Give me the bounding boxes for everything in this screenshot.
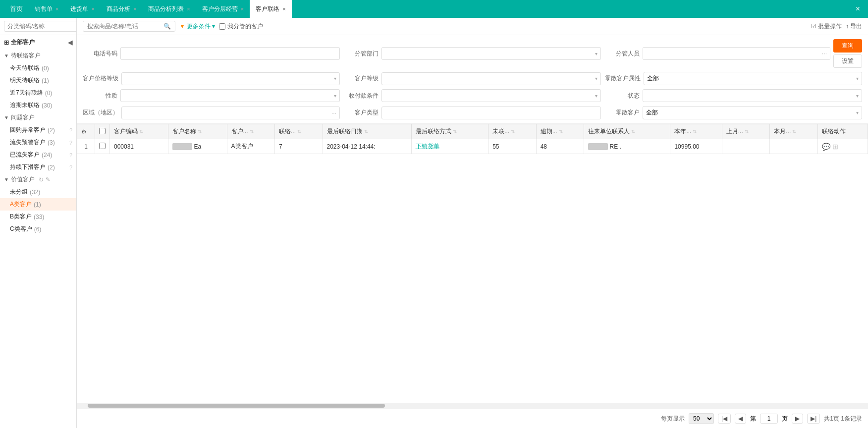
sidebar-group-pending-title[interactable]: ▼ 待联络客户 (0, 50, 76, 62)
filter-input-manager[interactable]: ··· (643, 47, 830, 60)
filter-input-retail[interactable]: 全部▾ (643, 106, 862, 119)
sidebar-group-pending: ▼ 待联络客户 今天待联络 (0) 明天待联络 (1) 近7天待联络 (0) 逾… (0, 50, 76, 111)
settings-button[interactable]: 设置 (833, 54, 862, 68)
col-overdue[interactable]: 逾期...⇅ (536, 124, 584, 139)
col-contact-count[interactable]: 联络...⇅ (275, 124, 323, 139)
col-last-month[interactable]: 上月...⇅ (722, 124, 770, 139)
sidebar-item-declining[interactable]: 持续下滑客户 (2) ? (0, 161, 76, 173)
last-page-button[interactable]: ▶| (807, 414, 820, 424)
sidebar-search-input[interactable] (4, 21, 77, 32)
sidebar-item-overdue-pending[interactable]: 逾期未联络 (30) (0, 99, 76, 111)
my-customers-filter[interactable]: 我分管的客户 (219, 22, 263, 31)
horizontal-scrollbar[interactable] (77, 403, 868, 409)
td-last-contact-method[interactable]: 下销货单 (411, 139, 488, 154)
nav-tab-customer-tier-label: 客户分层经营 (202, 5, 238, 13)
sidebar-item-tomorrow-pending[interactable]: 明天待联络 (1) (0, 74, 76, 87)
first-page-button[interactable]: |◀ (718, 414, 731, 424)
sort-icon-5: ⇅ (364, 129, 368, 134)
col-customer-type[interactable]: 客户...⇅ (227, 124, 275, 139)
nav-tab-analysis-list-close[interactable]: × (187, 6, 190, 12)
nav-tab-customer-contact-close[interactable]: × (282, 6, 285, 12)
filter-input-payment[interactable]: ▾ (381, 89, 601, 102)
page-number-input[interactable] (760, 414, 778, 424)
last-contact-method-link[interactable]: 下销货单 (416, 143, 439, 150)
nav-tab-purchase-label: 进货单 (70, 5, 88, 13)
nav-home[interactable]: 首页 (4, 4, 29, 13)
contact-person-blurred (588, 143, 608, 150)
chat-action-icon[interactable]: 💬 (822, 143, 830, 151)
nav-tab-purchase[interactable]: 进货单 × (64, 0, 100, 18)
col-customer-name[interactable]: 客户名称⇅ (168, 124, 227, 139)
col-uncontacted[interactable]: 未联...⇅ (488, 124, 537, 139)
select-all-checkbox[interactable] (99, 128, 106, 134)
sidebar-collapse-icon[interactable]: ◀ (68, 39, 72, 46)
sidebar-item-abnormal-count: (2) (48, 127, 55, 134)
filter-input-price-level[interactable]: ▾ (121, 72, 340, 85)
page-label-first: 第 (750, 415, 756, 423)
filter-input-status[interactable]: ▾ (643, 89, 862, 102)
refresh-icon[interactable]: ↻ (39, 176, 44, 183)
horizontal-scroll-thumb[interactable] (88, 404, 385, 408)
sidebar-item-churned[interactable]: 已流失客户 (24) ? (0, 149, 76, 161)
window-close-button[interactable]: × (852, 4, 864, 13)
help-icon-4[interactable]: ? (69, 164, 72, 170)
nav-tab-analysis-list[interactable]: 商品分析列表 × (142, 0, 196, 18)
sidebar-item-churn-warning[interactable]: 流失预警客户 (3) ? (0, 136, 76, 149)
help-icon-1[interactable]: ? (69, 127, 72, 133)
sidebar-item-7days-pending[interactable]: 近7天待联络 (0) (0, 87, 76, 99)
nav-tab-customer-contact[interactable]: 客户联络 × (250, 0, 291, 18)
filter-row-customer-level: 客户等级 ▾ (344, 72, 601, 85)
filter-more-label: 更多条件 (187, 22, 211, 31)
col-last-contact-method[interactable]: 最后联络方式⇅ (411, 124, 488, 139)
col-checkbox (95, 124, 110, 139)
sidebar-group-value-title[interactable]: ▼ 价值客户 ↻ ✎ (0, 173, 76, 186)
sidebar-item-abnormal-repurchase[interactable]: 回购异常客户 (2) ? (0, 124, 76, 136)
my-customers-checkbox[interactable] (219, 23, 225, 30)
col-this-month[interactable]: 本月...⇅ (770, 124, 818, 139)
row-checkbox[interactable] (99, 143, 106, 149)
edit-icon[interactable]: ✎ (46, 176, 50, 183)
qr-action-icon[interactable]: ⊞ (832, 143, 838, 151)
sidebar-item-today-pending[interactable]: 今天待联络 (0) (0, 62, 76, 74)
sidebar-item-unclassified-label: 未分组 (10, 188, 28, 196)
col-last-contact-date[interactable]: 最后联络日期⇅ (323, 124, 411, 139)
nav-tab-sales-close[interactable]: × (55, 6, 58, 12)
nav-tab-sales[interactable]: 销售单 × (29, 0, 64, 18)
filter-input-retail-attr[interactable]: 全部▾ (644, 72, 862, 85)
nav-tab-purchase-close[interactable]: × (91, 6, 94, 12)
sidebar-item-class-a[interactable]: A类客户 (1) (0, 198, 76, 211)
sort-icon-10: ⇅ (693, 129, 697, 134)
sidebar-group-problem-title[interactable]: ▼ 问题客户 (0, 111, 76, 124)
filter-input-nature[interactable]: ▾ (120, 89, 340, 102)
help-icon-3[interactable]: ? (69, 152, 72, 158)
nav-tab-analysis-close[interactable]: × (133, 6, 136, 12)
filter-input-customer-type[interactable] (381, 107, 601, 119)
sidebar-item-class-c[interactable]: C类客户 (6) (0, 223, 76, 235)
next-page-button[interactable]: ▶ (792, 414, 803, 424)
col-year-amount[interactable]: 本年...⇅ (670, 124, 722, 139)
filter-input-customer-level[interactable]: ▾ (381, 72, 601, 85)
filter-search-input[interactable] (87, 23, 162, 30)
nav-tab-customer-contact-label: 客户联络 (256, 5, 279, 13)
help-icon-2[interactable]: ? (69, 140, 72, 146)
sidebar-item-class-b[interactable]: B类客户 (33) (0, 211, 76, 223)
sidebar-all-customers[interactable]: ⊞ 全部客户 ◀ (0, 35, 76, 50)
filter-input-phone[interactable] (120, 47, 340, 60)
col-settings[interactable]: ⚙ (77, 124, 95, 139)
nav-tab-analysis[interactable]: 商品分析 × (101, 0, 142, 18)
col-customer-code[interactable]: 客户编码⇅ (110, 124, 168, 139)
batch-operation-button[interactable]: ☑ 批量操作 (811, 22, 842, 31)
prev-page-button[interactable]: ◀ (735, 414, 746, 424)
query-button[interactable]: 查询 (833, 39, 862, 53)
td-row-num: 1 (77, 139, 95, 154)
page-size-select[interactable]: 50 100 200 (689, 413, 714, 424)
nav-tab-customer-tier[interactable]: 客户分层经营 × (196, 0, 250, 18)
filter-input-region[interactable]: ··· (121, 107, 340, 119)
sidebar-item-unclassified[interactable]: 未分组 (32) (0, 186, 76, 198)
filter-input-dept[interactable]: ▾ (381, 47, 601, 60)
nav-tab-customer-tier-close[interactable]: × (241, 6, 244, 12)
export-button[interactable]: ↑ 导出 (846, 22, 862, 31)
filter-more-conditions[interactable]: ▼ 更多条件 ▾ (179, 22, 215, 31)
col-contact-person[interactable]: 往来单位联系人⇅ (584, 124, 670, 139)
filter-search-icon[interactable]: 🔍 (163, 23, 171, 30)
